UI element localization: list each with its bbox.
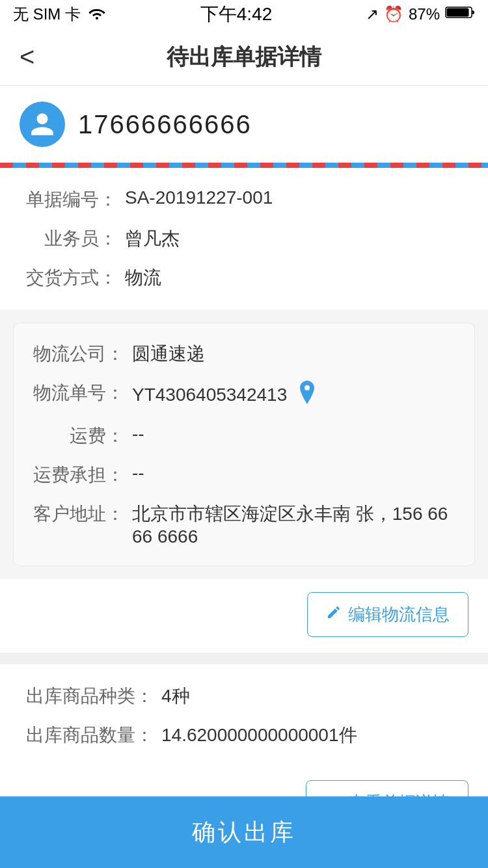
logistics-company-row: 物流公司： 圆通速递 xyxy=(33,342,455,366)
product-qty-label: 出库商品数量： xyxy=(26,723,154,748)
doc-number-label: 单据编号： xyxy=(26,187,117,212)
battery-icon xyxy=(445,5,475,23)
document-info-section: 单据编号： SA-20191227-001 业务员： 曾凡杰 交货方式： 物流 xyxy=(0,168,488,310)
location-pin-icon[interactable] xyxy=(297,381,317,409)
section-divider xyxy=(0,653,488,664)
address-value: 北京市市辖区海淀区永丰南 张，156 6666 6666 xyxy=(132,502,455,547)
status-bar: 无 SIM 卡 下午4:42 ↗ ⏰ 87% xyxy=(0,0,488,29)
status-time: 下午4:42 xyxy=(200,2,273,27)
wifi-icon xyxy=(87,5,107,23)
freight-bearer-label: 运费承担： xyxy=(33,463,124,487)
freight-bearer-row: 运费承担： -- xyxy=(33,463,455,487)
back-button[interactable]: < xyxy=(20,42,34,72)
delivery-row: 交货方式： 物流 xyxy=(26,265,462,290)
freight-bearer-value: -- xyxy=(132,463,455,483)
svg-rect-1 xyxy=(447,8,469,17)
address-row: 客户地址： 北京市市辖区海淀区永丰南 张，156 6666 6666 xyxy=(33,502,455,547)
tracking-label: 物流单号： xyxy=(33,381,124,405)
delivery-value: 物流 xyxy=(125,265,462,290)
edit-logistics-button[interactable]: 编辑物流信息 xyxy=(307,592,468,637)
person-icon xyxy=(29,111,56,138)
page-title: 待出库单据详情 xyxy=(167,42,321,72)
logistics-company-label: 物流公司： xyxy=(33,342,124,366)
product-type-value: 4种 xyxy=(161,684,462,709)
product-section: 出库商品种类： 4种 出库商品数量： 14.620000000000001件 xyxy=(0,664,488,767)
doc-number-row: 单据编号： SA-20191227-001 xyxy=(26,187,462,212)
tracking-value-wrap: YT4306405342413 xyxy=(132,381,455,409)
battery-percent: 87% xyxy=(409,5,440,23)
logistics-card: 物流公司： 圆通速递 物流单号： YT4306405342413 运费： -- … xyxy=(13,323,475,566)
product-type-row: 出库商品种类： 4种 xyxy=(26,684,462,709)
status-left: 无 SIM 卡 xyxy=(13,4,107,25)
sim-status: 无 SIM 卡 xyxy=(13,4,81,25)
status-right: ↗ ⏰ 87% xyxy=(366,5,475,23)
confirm-button-text: 确认出库 xyxy=(192,817,296,848)
product-qty-row: 出库商品数量： 14.620000000000001件 xyxy=(26,723,462,748)
nav-bar: < 待出库单据详情 xyxy=(0,29,488,86)
location-status-icon: ↗ xyxy=(366,5,379,23)
freight-label: 运费： xyxy=(33,424,124,448)
delivery-label: 交货方式： xyxy=(26,265,117,290)
freight-value: -- xyxy=(132,424,455,444)
alarm-icon: ⏰ xyxy=(384,5,403,23)
dashed-separator xyxy=(0,163,488,168)
avatar xyxy=(20,102,65,147)
doc-number-value: SA-20191227-001 xyxy=(125,187,462,208)
product-type-label: 出库商品种类： xyxy=(26,684,154,709)
address-label: 客户地址： xyxy=(33,502,124,526)
freight-row: 运费： -- xyxy=(33,424,455,448)
edit-logistics-section: 编辑物流信息 xyxy=(0,579,488,653)
user-phone: 17666666666 xyxy=(78,110,252,139)
staff-label: 业务员： xyxy=(26,226,117,251)
tracking-row: 物流单号： YT4306405342413 xyxy=(33,381,455,409)
confirm-button-bar[interactable]: 确认出库 xyxy=(0,796,488,868)
logistics-company-value: 圆通速递 xyxy=(132,342,455,366)
staff-value: 曾凡杰 xyxy=(125,226,462,251)
user-header: 17666666666 xyxy=(0,86,488,163)
edit-icon xyxy=(326,604,342,625)
edit-logistics-label: 编辑物流信息 xyxy=(348,603,450,626)
product-qty-value: 14.620000000000001件 xyxy=(161,723,462,748)
tracking-number: YT4306405342413 xyxy=(132,385,287,405)
staff-row: 业务员： 曾凡杰 xyxy=(26,226,462,251)
